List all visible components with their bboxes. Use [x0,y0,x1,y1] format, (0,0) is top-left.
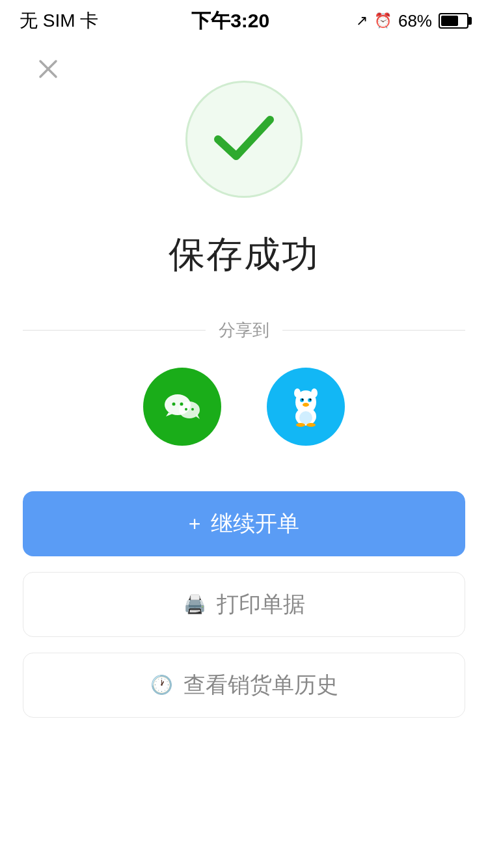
status-carrier: 无 SIM 卡 [20,8,105,33]
svg-point-13 [310,399,312,401]
carrier-text: 无 SIM 卡 [20,8,98,33]
status-bar: 无 SIM 卡 下午3:20 ↗ ⏰ 68% [0,0,488,42]
success-title: 保存成功 [169,230,319,280]
success-circle [185,81,303,198]
share-label: 分享到 [219,319,269,342]
plus-icon: + [189,513,201,534]
status-time: 下午3:20 [191,8,269,34]
clock-icon: 🕐 [150,676,173,694]
continue-button[interactable]: + 继续开单 [23,491,465,556]
share-icons [23,368,465,446]
battery-icon [439,13,468,29]
print-icon: 🖨️ [183,595,206,614]
print-label: 打印单据 [217,590,305,619]
battery-fill [441,16,458,26]
actions-section: + 继续开单 🖨️ 打印单据 🕐 查看销货单历史 [23,491,465,718]
battery-percentage: 68% [398,11,432,31]
history-label: 查看销货单历史 [183,670,338,700]
svg-point-18 [306,423,316,427]
close-button[interactable] [31,52,65,86]
divider-right [282,330,465,331]
divider-left [23,330,206,331]
svg-point-20 [311,388,318,398]
share-divider: 分享到 [23,319,465,342]
svg-point-5 [172,403,176,406]
continue-label: 继续开单 [211,509,299,539]
wechat-share-button[interactable] [143,368,221,446]
checkmark-icon [211,112,277,167]
svg-point-16 [299,411,312,424]
svg-point-12 [302,399,304,401]
location-icon: ↗ [356,12,368,29]
svg-point-8 [191,408,194,411]
share-section: 分享到 [23,319,465,446]
status-indicators: ↗ ⏰ 68% [356,11,468,31]
qq-share-button[interactable] [267,368,345,446]
alarm-icon: ⏰ [374,12,392,29]
main-content: 保存成功 分享到 [0,42,488,718]
svg-point-14 [303,403,309,407]
history-button[interactable]: 🕐 查看销货单历史 [23,653,465,718]
svg-point-17 [296,423,305,427]
svg-point-7 [185,408,187,411]
svg-point-19 [294,388,301,398]
print-button[interactable]: 🖨️ 打印单据 [23,572,465,637]
svg-point-6 [180,403,183,406]
